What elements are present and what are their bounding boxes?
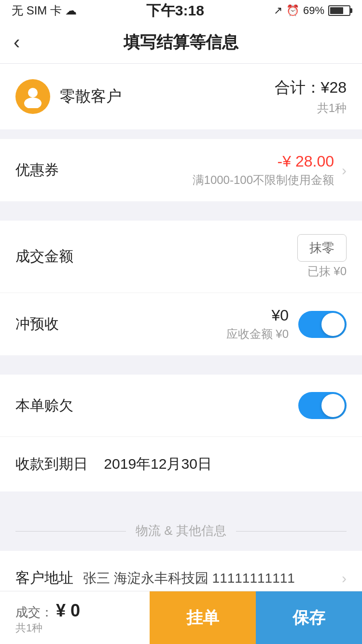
alarm-icon: ⏰ xyxy=(286,4,299,17)
customer-row: 零散客户 合计：¥28 共1种 xyxy=(0,64,362,129)
prepay-sub: 应收金额 ¥0 xyxy=(226,326,289,342)
debt-toggle-knob xyxy=(321,394,345,417)
transaction-input[interactable]: 0 xyxy=(263,238,292,258)
coupon-row[interactable]: 优惠券 -¥ 28.00 满1000-100不限制使用金额 › xyxy=(0,139,362,201)
transaction-card: 成交金额 0 抹零 已抹 ¥0 冲预收 ¥0 应收金额 ¥0 xyxy=(0,221,362,355)
debt-label: 本单赊欠 xyxy=(15,396,73,416)
svg-point-0 xyxy=(28,88,38,98)
due-date-label: 收款到期日 2019年12月30日 xyxy=(15,456,212,472)
location-icon: ↗ xyxy=(274,4,282,17)
battery-percent: 69% xyxy=(303,4,324,17)
round-off-button[interactable]: 抹零 xyxy=(297,234,347,262)
coupon-right: -¥ 28.00 满1000-100不限制使用金额 › xyxy=(193,153,347,188)
customer-info: 零散客户 xyxy=(15,79,122,114)
nav-bar: ‹ 填写结算等信息 xyxy=(0,21,362,64)
section-separator-1 xyxy=(0,211,362,221)
address-label: 客户地址 xyxy=(15,568,73,588)
bottom-bar: 成交： ¥ 0 共1种 挂单 保存 xyxy=(0,591,362,644)
svg-point-1 xyxy=(24,98,42,108)
battery-icon xyxy=(328,5,350,16)
no-sim-text: 无 SIM 卡 ☁ xyxy=(12,3,77,18)
bottom-count: 共1种 xyxy=(15,621,134,635)
total-price: 合计：¥28 xyxy=(275,77,347,98)
debt-row: 本单赊欠 xyxy=(0,375,362,436)
due-date-value: 2019年12月30日 xyxy=(104,456,211,472)
hang-button[interactable]: 挂单 xyxy=(150,591,256,644)
status-left: 无 SIM 卡 ☁ xyxy=(12,3,77,18)
due-label-text: 收款到期日 xyxy=(15,456,88,472)
prepay-value-wrap: ¥0 应收金额 ¥0 xyxy=(226,307,289,342)
bottom-amount: ¥ 0 xyxy=(56,601,80,621)
logistics-header: 物流 & 其他信息 xyxy=(0,511,362,551)
customer-name: 零散客户 xyxy=(60,86,122,107)
status-right: ↗ ⏰ 69% xyxy=(274,4,350,17)
coupon-label: 优惠券 xyxy=(15,160,59,180)
bottom-deal-label: 成交： xyxy=(15,604,53,621)
prepay-toggle[interactable] xyxy=(298,311,347,338)
prepay-amount: ¥0 xyxy=(226,307,289,324)
debt-toggle[interactable] xyxy=(298,392,347,419)
coupon-card[interactable]: 优惠券 -¥ 28.00 满1000-100不限制使用金额 › xyxy=(0,139,362,201)
logistics-header-text: 物流 & 其他信息 xyxy=(126,522,236,539)
debt-card: 本单赊欠 收款到期日 2019年12月30日 xyxy=(0,375,362,491)
prepay-right: ¥0 应收金额 ¥0 xyxy=(226,307,347,342)
content: 零散客户 合计：¥28 共1种 优惠券 -¥ 28.00 满1000-100不限… xyxy=(0,64,362,644)
coupon-discount: -¥ 28.00 xyxy=(193,153,334,170)
transaction-right: 0 抹零 已抹 ¥0 xyxy=(263,234,347,279)
page-title: 填写结算等信息 xyxy=(124,31,238,54)
section-separator-2 xyxy=(0,365,362,375)
transaction-label: 成交金额 xyxy=(15,247,73,266)
prepay-row: 冲预收 ¥0 应收金额 ¥0 xyxy=(0,293,362,355)
address-value: 张三 海淀永丰科技园 11111111111 xyxy=(83,569,342,588)
chevron-right-icon: › xyxy=(342,162,347,179)
customer-summary: 合计：¥28 共1种 xyxy=(275,77,347,116)
avatar-icon xyxy=(21,85,44,108)
bottom-summary: 成交： ¥ 0 共1种 xyxy=(0,601,150,635)
prepay-label: 冲预收 xyxy=(15,314,59,334)
due-date-row: 收款到期日 2019年12月30日 xyxy=(0,436,362,491)
save-button[interactable]: 保存 xyxy=(256,591,362,644)
transaction-row: 成交金额 0 抹零 已抹 ¥0 xyxy=(0,221,362,293)
toggle-knob xyxy=(321,313,345,336)
total-count: 共1种 xyxy=(275,100,347,116)
status-time: 下午3:18 xyxy=(146,1,204,21)
status-bar: 无 SIM 卡 ☁ 下午3:18 ↗ ⏰ 69% xyxy=(0,0,362,21)
coupon-value-wrap: -¥ 28.00 满1000-100不限制使用金额 xyxy=(193,153,334,188)
customer-card: 零散客户 合计：¥28 共1种 xyxy=(0,64,362,129)
transaction-sub: 已抹 ¥0 xyxy=(263,264,347,279)
address-chevron-icon: › xyxy=(342,570,347,587)
logistics-separator xyxy=(0,501,362,511)
coupon-subtext: 满1000-100不限制使用金额 xyxy=(193,172,334,188)
back-button[interactable]: ‹ xyxy=(14,31,20,53)
avatar xyxy=(15,79,50,114)
transaction-value-wrap: 0 抹零 已抹 ¥0 xyxy=(263,234,347,279)
